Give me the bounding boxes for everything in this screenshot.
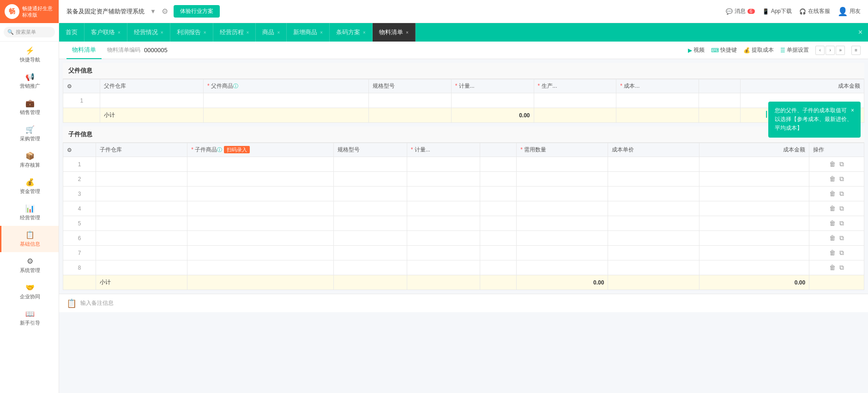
sidebar-item-inventory[interactable]: 📦 库存核算 — [0, 147, 59, 173]
child-row-5-spec[interactable] — [334, 216, 407, 231]
child-row-6-delete[interactable]: 🗑 — [829, 234, 836, 242]
child-row-2-delete[interactable]: 🗑 — [829, 175, 836, 183]
trial-button[interactable]: 体验行业方案 — [174, 5, 220, 18]
sidebar-item-basic[interactable]: 📋 基础信息 — [0, 226, 59, 252]
child-row-5-delete[interactable]: 🗑 — [829, 219, 836, 227]
child-row-5-qty[interactable] — [517, 216, 608, 231]
child-row-1-copy[interactable]: ⧉ — [839, 160, 844, 168]
sidebar-item-operation[interactable]: 📊 经营管理 — [0, 200, 59, 226]
tab-profit-close[interactable]: × — [204, 30, 206, 35]
tab-customer-close[interactable]: × — [118, 30, 121, 35]
shortcut-action[interactable]: ⌨ 快捷键 — [711, 46, 737, 54]
child-row-7-product[interactable] — [187, 246, 334, 260]
tab-barcode[interactable]: 条码方案× — [330, 23, 373, 42]
child-row-8-product[interactable] — [187, 260, 334, 275]
child-row-3-spec[interactable] — [334, 187, 407, 201]
search-menu-button[interactable]: 🔍 搜索菜单 — [4, 27, 55, 37]
tab-home[interactable]: 首页 — [59, 23, 84, 42]
close-all-tabs[interactable]: × — [853, 28, 868, 36]
child-row-7-warehouse[interactable] — [96, 246, 187, 260]
parent-row-1-prod[interactable] — [534, 93, 616, 108]
child-row-6-price[interactable] — [608, 231, 699, 246]
settings-icon[interactable]: ⚙ — [162, 7, 168, 16]
online-service-button[interactable]: 🎧 在线客服 — [799, 7, 830, 15]
tab-bom[interactable]: 物料清单× — [373, 23, 416, 42]
user-avatar[interactable]: 👤 用友 — [838, 6, 861, 17]
child-row-7-delete[interactable]: 🗑 — [829, 249, 836, 257]
child-row-4-qty[interactable] — [517, 201, 608, 216]
child-row-4-copy[interactable]: ⧉ — [839, 205, 844, 212]
child-row-3-product[interactable] — [187, 187, 334, 201]
child-row-4-spec[interactable] — [334, 201, 407, 216]
child-row-1-unit[interactable] — [407, 157, 480, 172]
child-row-7-price[interactable] — [608, 246, 699, 260]
parent-col-gear[interactable]: ⚙ — [63, 79, 100, 93]
child-row-1-spec[interactable] — [334, 157, 407, 172]
scan-badge[interactable]: 扫码录入 — [224, 146, 250, 153]
child-row-8-spec[interactable] — [334, 260, 407, 275]
nav-last-button[interactable]: » — [836, 46, 845, 55]
child-row-4-delete[interactable]: 🗑 — [829, 205, 836, 212]
message-button[interactable]: 💬 消息 6 — [726, 7, 755, 15]
child-row-2-qty[interactable] — [517, 172, 608, 187]
child-row-2-spec[interactable] — [334, 172, 407, 187]
video-action[interactable]: ▶ 视频 — [688, 46, 705, 54]
child-row-1-price[interactable] — [608, 157, 699, 172]
child-row-7-copy[interactable]: ⧉ — [839, 249, 844, 257]
child-row-2-warehouse[interactable] — [96, 172, 187, 187]
child-row-1-delete[interactable]: 🗑 — [829, 160, 836, 168]
sidebar-item-system[interactable]: ⚙ 系统管理 — [0, 252, 59, 278]
tab-product-close[interactable]: × — [277, 30, 280, 35]
child-row-7-unit[interactable] — [407, 246, 480, 260]
nav-prev-button[interactable]: ‹ — [815, 46, 825, 55]
child-row-4-unit[interactable] — [407, 201, 480, 216]
child-row-4-product[interactable] — [187, 201, 334, 216]
child-row-2-unit[interactable] — [407, 172, 480, 187]
tab-customer[interactable]: 客户联络× — [84, 23, 127, 42]
child-col-gear[interactable]: ⚙ — [63, 143, 96, 157]
sidebar-item-purchase[interactable]: 🛒 采购管理 — [0, 121, 59, 147]
tab-operation-history[interactable]: 经营历程× — [213, 23, 256, 42]
child-row-5-warehouse[interactable] — [96, 216, 187, 231]
tab-barcode-close[interactable]: × — [363, 30, 366, 35]
child-row-1-product[interactable] — [187, 157, 334, 172]
extract-cost-action[interactable]: 💰 提取成本 — [743, 46, 774, 54]
child-row-1-qty[interactable] — [517, 157, 608, 172]
doc-settings-action[interactable]: ☰ 单据设置 — [780, 46, 809, 54]
tab-add-product[interactable]: 新增商品× — [287, 23, 330, 42]
child-row-6-warehouse[interactable] — [96, 231, 187, 246]
child-row-6-unit[interactable] — [407, 231, 480, 246]
child-row-8-price[interactable] — [608, 260, 699, 275]
child-row-2-copy[interactable]: ⧉ — [839, 175, 844, 183]
child-row-4-warehouse[interactable] — [96, 201, 187, 216]
child-row-3-qty[interactable] — [517, 187, 608, 201]
child-row-5-product[interactable] — [187, 216, 334, 231]
tooltip-close-button[interactable]: × — [851, 106, 854, 115]
parent-row-1-cost[interactable] — [616, 93, 699, 108]
sidebar-item-marketing[interactable]: 📢 营销推广 — [0, 68, 59, 94]
parent-row-1-spec[interactable] — [368, 93, 451, 108]
dropdown-arrow[interactable]: ▼ — [150, 8, 156, 15]
tab-operation-status[interactable]: 经营情况× — [127, 23, 170, 42]
child-row-6-product[interactable] — [187, 231, 334, 246]
child-row-6-copy[interactable]: ⧉ — [839, 234, 844, 242]
child-row-3-price[interactable] — [608, 187, 699, 201]
child-row-8-warehouse[interactable] — [96, 260, 187, 275]
child-row-3-warehouse[interactable] — [96, 187, 187, 201]
child-row-2-price[interactable] — [608, 172, 699, 187]
child-row-1-warehouse[interactable] — [96, 157, 187, 172]
tab-op-history-close[interactable]: × — [247, 30, 249, 35]
sidebar-item-enterprise[interactable]: 🤝 企业协同 — [0, 278, 59, 305]
tab-profit-report[interactable]: 利润报告× — [170, 23, 213, 42]
sidebar-item-quick[interactable]: ⚡ 快捷导航 — [0, 42, 59, 68]
sidebar-item-guide[interactable]: 📖 新手引导 — [0, 305, 59, 331]
child-row-8-copy[interactable]: ⧉ — [839, 264, 844, 272]
child-row-5-copy[interactable]: ⧉ — [839, 219, 844, 227]
child-row-6-qty[interactable] — [517, 231, 608, 246]
child-row-3-delete[interactable]: 🗑 — [829, 190, 836, 198]
child-row-4-price[interactable] — [608, 201, 699, 216]
tab-bom-close[interactable]: × — [406, 30, 409, 35]
grid-view-button[interactable]: ≡ — [851, 46, 861, 55]
sub-tab-bom[interactable]: 物料清单 — [66, 42, 102, 59]
child-row-8-qty[interactable] — [517, 260, 608, 275]
